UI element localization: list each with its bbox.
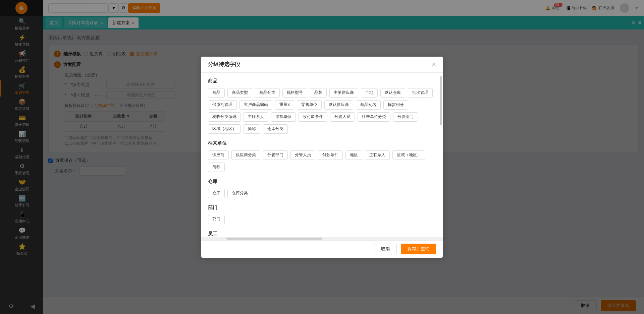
modal-footer: 取消 保存并查询: [201, 240, 443, 258]
tag-pick-points[interactable]: 拣货积分: [383, 100, 408, 110]
section-product-tags: 商品 商品类型 商品分类 规格型号 品牌 主要供应商 产地 默认仓库 批次管理 …: [208, 88, 436, 134]
modal-overlay: 分组待选字段 ✕ 商品 商品 商品类型 商品分类 规格型号 品牌 主要供应商 产…: [0, 0, 644, 314]
section-employee-title: 员工: [208, 231, 436, 237]
tag-payment-cond[interactable]: 付款条件: [318, 150, 343, 160]
tag-dept-mgmt[interactable]: 分管部门: [263, 150, 288, 160]
modal: 分组待选字段 ✕ 商品 商品 商品类型 商品分类 规格型号 品牌 主要供应商 产…: [201, 57, 443, 258]
tag-spec-model[interactable]: 规格型号: [282, 88, 307, 98]
tag-customer-code[interactable]: 客户商品编码: [239, 100, 272, 110]
section-dept-tags: 部门: [208, 215, 436, 224]
section-partner-tags: 供应商 供应商分类 分管部门 分管人员 付款条件 地区 主联系人 区域（地区） …: [208, 150, 436, 172]
tag-region[interactable]: 区域（地区）: [208, 124, 241, 134]
tag-warehouse-category[interactable]: 仓库分类: [263, 124, 288, 134]
modal-header: 分组待选字段 ✕: [201, 57, 443, 73]
tag-default-supplier[interactable]: 默认供应商: [324, 100, 353, 110]
horizontal-scrollbar[interactable]: [201, 237, 443, 240]
horizontal-scrollbar-thumb: [226, 238, 322, 240]
modal-body[interactable]: 商品 商品 商品类型 商品分类 规格型号 品牌 主要供应商 产地 默认仓库 批次…: [201, 73, 443, 237]
section-product-title: 商品: [208, 78, 436, 84]
modal-scrollbar[interactable]: [440, 76, 442, 125]
tag-brand[interactable]: 品牌: [310, 88, 327, 98]
tag-settlement-unit[interactable]: 结算单位: [271, 112, 296, 122]
tag-region2[interactable]: 区域（地区）: [392, 150, 425, 160]
tag-supplier[interactable]: 供应商: [208, 150, 229, 160]
tag-dept[interactable]: 部门: [208, 215, 225, 224]
tag-area[interactable]: 地区: [345, 150, 362, 160]
tag-tax-code[interactable]: 税收分类编码: [208, 112, 241, 122]
modal-title: 分组待选字段: [208, 61, 240, 68]
tag-product-alias[interactable]: 商品别名: [356, 100, 381, 110]
tag-batch-mgmt[interactable]: 批次管理: [408, 88, 433, 98]
section-dept: 部门 部门: [208, 205, 436, 224]
tag-expiry-mgmt[interactable]: 保质期管理: [208, 100, 237, 110]
section-employee: 员工 业务员: [208, 231, 436, 237]
tag-payment-terms[interactable]: 收付款条件: [299, 112, 327, 122]
section-partner-title: 往来单位: [208, 140, 436, 146]
modal-cancel-btn[interactable]: 取消: [374, 244, 397, 254]
section-warehouse-title: 仓库: [208, 179, 436, 185]
tag-manager[interactable]: 分管人员: [330, 112, 355, 122]
tag-dept-managed[interactable]: 分管部门: [393, 112, 418, 122]
section-dept-title: 部门: [208, 205, 436, 211]
tag-supplier-category[interactable]: 供应商分类: [231, 150, 260, 160]
tag-main-contact[interactable]: 主联系人: [244, 112, 268, 122]
tag-short-name[interactable]: 简称: [244, 124, 260, 134]
tag-product-category[interactable]: 商品分类: [255, 88, 280, 98]
tag-origin[interactable]: 产地: [361, 88, 378, 98]
tag-partner-category[interactable]: 往来单位分类: [358, 112, 390, 122]
section-warehouse-tags: 仓库 仓库分类: [208, 189, 436, 198]
tag-default-warehouse[interactable]: 默认仓库: [380, 88, 405, 98]
tag-product-type[interactable]: 商品类型: [227, 88, 252, 98]
section-product: 商品 商品 商品类型 商品分类 规格型号 品牌 主要供应商 产地 默认仓库 批次…: [208, 78, 436, 134]
modal-close-btn[interactable]: ✕: [432, 61, 436, 68]
tag-warehouse-cat[interactable]: 仓库分类: [227, 189, 252, 198]
tag-abbr[interactable]: 简称: [208, 163, 225, 172]
tag-person-mgmt[interactable]: 分管人员: [290, 150, 315, 160]
section-warehouse: 仓库 仓库 仓库分类: [208, 179, 436, 198]
tag-main-contact2[interactable]: 主联系人: [365, 150, 390, 160]
tag-weight3[interactable]: 重量3: [275, 100, 294, 110]
tag-retail-unit[interactable]: 零售单位: [297, 100, 322, 110]
tag-product[interactable]: 商品: [208, 88, 225, 98]
modal-confirm-btn[interactable]: 保存并查询: [401, 244, 436, 254]
tag-main-supplier[interactable]: 主要供应商: [329, 88, 358, 98]
tag-warehouse[interactable]: 仓库: [208, 189, 225, 198]
section-partner: 往来单位 供应商 供应商分类 分管部门 分管人员 付款条件 地区 主联系人 区域…: [208, 140, 436, 172]
